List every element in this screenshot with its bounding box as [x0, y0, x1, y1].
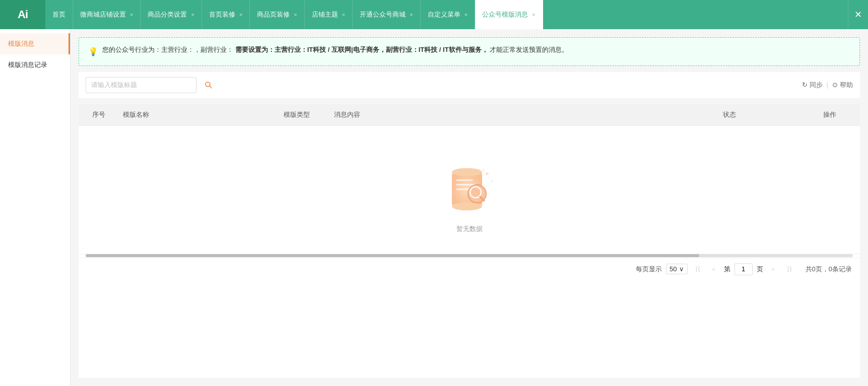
- empty-illustration: [439, 156, 500, 216]
- notice-highlight: 需要设置为：主营行业：IT科技 / 互联网|电子商务，副营行业：IT科技 / I…: [235, 46, 488, 53]
- tab-close-icon[interactable]: ×: [410, 12, 413, 18]
- page-label: 第: [724, 265, 730, 274]
- search-icon: [205, 81, 213, 89]
- tab-label: 首页装修: [209, 10, 235, 19]
- topbar-tab-store-theme[interactable]: 店铺主题×: [305, 0, 353, 29]
- logo: Ai: [0, 0, 45, 29]
- tab-label: 店铺主题: [312, 10, 338, 19]
- help-label: 帮助: [840, 81, 853, 90]
- empty-state: 暂无数据: [79, 126, 860, 254]
- topbar-tab-custom-menu[interactable]: 自定义菜单×: [421, 0, 475, 29]
- tab-label: 自定义菜单: [428, 10, 460, 19]
- col-action: 操作: [799, 104, 860, 125]
- svg-point-13: [491, 180, 493, 182]
- scrollbar-row: [79, 254, 860, 258]
- close-all-button[interactable]: ✕: [848, 0, 868, 29]
- topbar-tab-product-decor[interactable]: 商品页装修×: [250, 0, 304, 29]
- tab-label: 首页: [52, 10, 65, 19]
- tab-label: 微商城店铺设置: [80, 10, 126, 19]
- col-type: 模版类型: [280, 104, 330, 125]
- tab-close-icon[interactable]: ×: [464, 12, 468, 18]
- tab-label: 公众号模版消息: [482, 10, 528, 19]
- page-number-input[interactable]: [735, 263, 753, 275]
- notice-box: 💡 您的公众号行业为：主营行业：，副营行业： 需要设置为：主营行业：IT科技 /…: [79, 37, 860, 66]
- tab-label: 商品页装修: [257, 10, 290, 19]
- tab-close-icon[interactable]: ×: [342, 12, 345, 18]
- last-page-button[interactable]: ⟩⟩: [783, 263, 795, 275]
- total-info: 共0页，0条记录: [806, 265, 852, 274]
- main-layout: 模版消息模版消息记录 💡 您的公众号行业为：主营行业：，副营行业： 需要设置为：…: [0, 29, 868, 386]
- tab-close-icon[interactable]: ×: [294, 12, 297, 18]
- tab-close-icon[interactable]: ×: [191, 12, 194, 18]
- tab-close-icon[interactable]: ×: [532, 12, 535, 18]
- scrollbar-track[interactable]: [86, 254, 853, 257]
- search-bar: ↻ 同步 | ⊙ 帮助: [79, 72, 860, 98]
- help-button[interactable]: ⊙ 帮助: [832, 81, 853, 90]
- table-header: 序号 模版名称 模版类型 消息内容 状态 操作: [79, 104, 860, 126]
- sidebar: 模版消息模版消息记录: [0, 29, 71, 386]
- col-name: 模版名称: [119, 104, 280, 125]
- tab-close-icon[interactable]: ×: [130, 12, 133, 18]
- search-input[interactable]: [86, 77, 196, 93]
- first-page-button[interactable]: ⟨⟨: [692, 263, 704, 275]
- table-wrap: 序号 模版名称 模版类型 消息内容 状态 操作: [79, 104, 860, 378]
- sidebar-item-template-msg[interactable]: 模版消息: [0, 33, 70, 54]
- sync-icon: ↻: [802, 81, 808, 89]
- next-page-button[interactable]: ＞: [767, 263, 779, 275]
- prev-page-button[interactable]: ＜: [708, 263, 720, 275]
- topbar-tab-home[interactable]: 首页: [45, 0, 73, 29]
- logo-text: Ai: [18, 8, 28, 21]
- topbar-tab-home-decor[interactable]: 首页装修×: [202, 0, 250, 29]
- scrollbar-thumb: [86, 254, 699, 257]
- topbar: Ai 首页微商城店铺设置×商品分类设置×首页装修×商品页装修×店铺主题×开通公众…: [0, 0, 868, 29]
- sidebar-item-template-msg-record[interactable]: 模版消息记录: [0, 54, 70, 75]
- col-seq: 序号: [79, 104, 119, 125]
- col-status: 状态: [719, 104, 799, 125]
- empty-text: 暂无数据: [456, 224, 483, 234]
- notice-text: 您的公众号行业为：主营行业：，副营行业： 需要设置为：主营行业：IT科技 / 互…: [102, 45, 568, 55]
- help-icon: ⊙: [832, 81, 838, 89]
- sync-label: 同步: [810, 81, 823, 90]
- svg-point-14: [483, 169, 485, 171]
- content-area: 💡 您的公众号行业为：主营行业：，副营行业： 需要设置为：主营行业：IT科技 /…: [71, 29, 868, 386]
- search-right: ↻ 同步 | ⊙ 帮助: [802, 81, 853, 90]
- notice-icon: 💡: [88, 45, 98, 58]
- sync-button[interactable]: ↻ 同步: [802, 81, 823, 90]
- per-page-label: 每页显示: [636, 265, 662, 274]
- per-page-value: 50: [670, 265, 677, 273]
- notice-prefix: 您的公众号行业为：主营行业：，副营行业：: [102, 46, 233, 53]
- topbar-tab-template-msg[interactable]: 公众号模版消息×: [475, 0, 543, 29]
- topbar-tab-open-mall[interactable]: 开通公众号商城×: [353, 0, 420, 29]
- search-left: [86, 77, 217, 93]
- tab-label: 商品分类设置: [148, 10, 187, 19]
- divider: |: [827, 81, 828, 89]
- pagination: 每页显示 50 ∨ ⟨⟨ ＜ 第 页 ＞ ⟩⟩ 共0页，0条记录: [79, 258, 860, 280]
- search-button[interactable]: [201, 77, 217, 93]
- notice-suffix: 才能正常发送预置的消息。: [490, 46, 568, 53]
- svg-point-12: [486, 172, 489, 175]
- tab-label: 开通公众号商城: [360, 10, 406, 19]
- svg-point-5: [452, 202, 482, 210]
- svg-point-4: [452, 168, 482, 176]
- col-content: 消息内容: [330, 104, 719, 125]
- per-page-select[interactable]: 50 ∨: [666, 264, 687, 274]
- svg-line-1: [210, 86, 212, 88]
- topbar-tabs: 首页微商城店铺设置×商品分类设置×首页装修×商品页装修×店铺主题×开通公众号商城…: [45, 0, 848, 29]
- topbar-tab-category-settings[interactable]: 商品分类设置×: [141, 0, 202, 29]
- tab-close-icon[interactable]: ×: [239, 12, 242, 18]
- topbar-tab-store-settings[interactable]: 微商城店铺设置×: [73, 0, 141, 29]
- page-unit: 页: [757, 265, 763, 274]
- chevron-down-icon: ∨: [679, 265, 684, 273]
